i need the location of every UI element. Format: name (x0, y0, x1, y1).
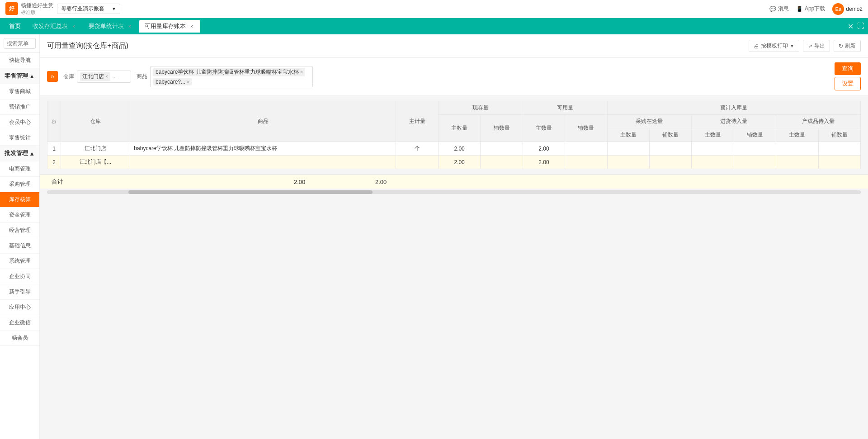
chevron-icon: ▲ (29, 73, 35, 80)
sidebar-item-newuser[interactable]: 新手引导 (0, 284, 39, 300)
message-icon: 💬 (769, 6, 776, 12)
sidebar-item-vip[interactable]: 畅会员 (0, 330, 39, 346)
main-layout: 快捷导航 零售管理 ▲ 零售商城 营销推广 会员中心 零售统计 批发管理 ▲ 电… (0, 34, 868, 439)
gear-icon[interactable]: ⚙ (51, 118, 57, 125)
sidebar-item-retail-stats[interactable]: 零售统计 (0, 130, 39, 146)
sidebar-section-wholesale[interactable]: 批发管理 ▲ (0, 146, 39, 161)
maximize-button[interactable]: ⛶ (857, 22, 864, 30)
available-main-subtotal: 2.00 (523, 156, 565, 169)
table-header-available-main: 主数量 (523, 115, 565, 142)
filter-toggle-button[interactable]: » (47, 71, 58, 82)
warehouse-tags[interactable]: 江北门店 × ... (77, 71, 131, 83)
avatar: Ea (832, 3, 844, 15)
product-cell-subtotal (130, 156, 396, 169)
warehouse-label: 仓库 (63, 73, 74, 80)
close-tab-yaohuo[interactable]: × (127, 23, 133, 29)
page-content: 可用量查询(按仓库+商品) 🖨 按模板打印 ▼ ↗ 导出 ↻ 刷新 (40, 34, 868, 439)
sidebar-item-marketing[interactable]: 营销推广 (0, 99, 39, 115)
sidebar-item-retail-mall[interactable]: 零售商城 (0, 84, 39, 99)
product-tag-babycare2: babycare?... × (153, 78, 192, 85)
prod-main-cell (776, 142, 818, 156)
close-window-button[interactable]: ✕ (848, 22, 854, 31)
table-row-subtotal: 2 江北门店【... 2.00 2.00 (47, 156, 861, 169)
close-tab-shoufa[interactable]: × (71, 23, 77, 29)
table-header-pt-main: 主数量 (607, 128, 649, 142)
pt-aux-subtotal (649, 156, 691, 169)
prod-main-subtotal (776, 156, 818, 169)
tab-shoufa[interactable]: 收发存汇总表 × (27, 20, 82, 33)
h-scrollbar[interactable] (47, 190, 861, 194)
logo-text: 畅捷通好生意 标准版 (21, 2, 53, 16)
available-aux-subtotal (565, 156, 607, 169)
sidebar-item-corpwx[interactable]: 企业微信 (0, 315, 39, 330)
product-tags[interactable]: babycare学饮杯 儿童防摔防撞吸管杯重力球吸嘴杯宝宝水杯 × babyca… (150, 66, 313, 87)
filter-actions: 查询 设置 (835, 62, 861, 90)
unit-cell-subtotal (396, 156, 438, 169)
logo-area: 好 畅捷通好生意 标准版 (5, 2, 53, 16)
table-header-pt-aux: 辅数量 (649, 128, 691, 142)
bottom-total-bar: 合计 2.00 2.00 (40, 175, 868, 189)
table-header-inc-aux: 辅数量 (734, 128, 776, 142)
refresh-icon: ↻ (839, 43, 843, 49)
header-actions: 🖨 按模板打印 ▼ ↗ 导出 ↻ 刷新 (749, 40, 861, 52)
table-header-settings: ⚙ (47, 101, 61, 142)
tab-yaohuo[interactable]: 要货单统计表 × (83, 20, 138, 33)
sidebar-item-enterprise[interactable]: 企业协同 (0, 269, 39, 284)
table-row: 1 江北门店 babycare学饮杯 儿童防摔防撞吸管杯重力球吸嘴杯宝宝水杯 个… (47, 142, 861, 156)
filter-area: » 仓库 江北门店 × ... 商品 babycare学饮杯 儿童防摔防撞吸管杯… (40, 58, 868, 95)
sidebar-item-member[interactable]: 会员中心 (0, 115, 39, 130)
tab-keyongliang[interactable]: 可用量库存账本 × (139, 20, 200, 33)
current-aux-subtotal (481, 156, 523, 169)
sidebar-item-finance[interactable]: 资金管理 (0, 208, 39, 223)
industry-select[interactable]: 母婴行业演示账套 ▼ (57, 4, 120, 14)
chevron-icon: ▲ (29, 150, 35, 157)
warehouse-more[interactable]: ... (112, 73, 117, 80)
table-header-warehouse: 仓库 (61, 101, 130, 142)
warehouse-tag-jiangbei: 江北门店 × (80, 72, 110, 81)
remove-product-tag-2[interactable]: × (187, 79, 189, 85)
settings-button[interactable]: 设置 (835, 77, 861, 90)
tab-home[interactable]: 首页 (4, 20, 26, 33)
app-download-button[interactable]: 📱 App下载 (796, 5, 825, 13)
prod-aux-subtotal (818, 156, 860, 169)
product-filter-group: 商品 babycare学饮杯 儿童防摔防撞吸管杯重力球吸嘴杯宝宝水杯 × bab… (137, 66, 313, 87)
sidebar: 快捷导航 零售管理 ▲ 零售商城 营销推广 会员中心 零售统计 批发管理 ▲ 电… (0, 34, 40, 439)
sidebar-item-inventory[interactable]: 库存核算 (0, 192, 39, 208)
data-table: ⚙ 仓库 商品 主计量 现存量 可用量 预计入库量 主数量 辅数量 主数量 辅数… (47, 101, 861, 169)
inc-main-cell (692, 142, 734, 156)
sidebar-item-appcenter[interactable]: 应用中心 (0, 300, 39, 315)
warehouse-cell: 江北门店 (61, 142, 130, 156)
total-label: 合计 (47, 178, 87, 186)
close-tab-keyongliang[interactable]: × (189, 23, 195, 29)
warehouse-cell-subtotal: 江北门店【... (61, 156, 130, 169)
print-button[interactable]: 🖨 按模板打印 ▼ (749, 40, 799, 52)
sidebar-item-system[interactable]: 系统管理 (0, 254, 39, 269)
remove-warehouse-tag[interactable]: × (105, 74, 108, 79)
user-profile[interactable]: Ea demo2 (832, 3, 863, 15)
search-input[interactable] (4, 38, 36, 49)
table-header-production-group: 产成品待入量 (776, 115, 861, 128)
remove-product-tag-1[interactable]: × (300, 69, 303, 75)
chevron-down-icon: ▼ (790, 43, 794, 48)
pt-main-subtotal (607, 156, 649, 169)
table-header-incoming-group: 进货待入量 (692, 115, 776, 128)
product-label: 商品 (137, 73, 147, 80)
sidebar-item-operations[interactable]: 经营管理 (0, 223, 39, 238)
sidebar-item-ecom[interactable]: 电商管理 (0, 161, 39, 177)
message-button[interactable]: 💬 消息 (769, 5, 789, 13)
query-button[interactable]: 查询 (835, 62, 861, 75)
export-button[interactable]: ↗ 导出 (803, 40, 830, 52)
h-scrollbar-thumb[interactable] (128, 190, 373, 194)
chevron-down-icon: ▼ (112, 6, 116, 11)
table-header-prod-aux: 辅数量 (818, 128, 860, 142)
available-main-cell: 2.00 (523, 142, 565, 156)
top-bar: 好 畅捷通好生意 标准版 母婴行业演示账套 ▼ 💬 消息 📱 App下载 Ea … (0, 0, 868, 18)
sidebar-item-basics[interactable]: 基础信息 (0, 238, 39, 254)
sidebar-section-retail[interactable]: 零售管理 ▲ (0, 68, 39, 84)
table-header-current-aux: 辅数量 (481, 115, 523, 142)
seq-cell: 1 (47, 142, 61, 156)
sidebar-item-quick-nav[interactable]: 快捷导航 (0, 53, 39, 68)
refresh-button[interactable]: ↻ 刷新 (834, 40, 861, 52)
sidebar-item-purchase[interactable]: 采购管理 (0, 177, 39, 192)
current-aux-cell (481, 142, 523, 156)
